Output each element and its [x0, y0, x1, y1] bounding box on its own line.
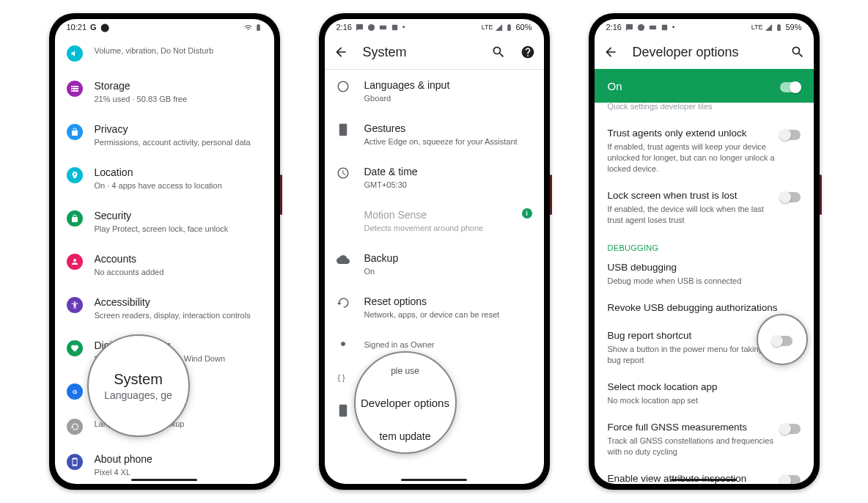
dev-row-dbg-3[interactable]: Select mock location appNo mock location… — [595, 373, 814, 414]
settings-row-sound[interactable]: Volume, vibration, Do Not Disturb — [55, 35, 274, 70]
system-list[interactable]: Languages & inputGboard GesturesActive E… — [325, 70, 544, 484]
toggle[interactable] — [780, 130, 801, 140]
home-indicator[interactable] — [671, 479, 737, 481]
security-icon — [67, 210, 83, 227]
google-icon: G — [67, 383, 83, 400]
page-title: Developer options — [633, 45, 776, 60]
svg-text:{ }: { } — [337, 373, 345, 382]
location-icon — [67, 167, 83, 183]
back-icon[interactable] — [334, 45, 348, 59]
mag-title: System — [114, 371, 163, 388]
row-subtitle: Show a button in the power menu for taki… — [608, 344, 780, 366]
master-toggle[interactable] — [780, 82, 801, 92]
dev-row-dbg-5[interactable]: Enable view attribute inspection — [595, 465, 814, 484]
store-icon — [391, 23, 399, 32]
info-icon[interactable]: i — [522, 208, 532, 219]
phone-frame-1: 10:21 G ⬤ Volume, vibration, Do Not Dist… — [49, 13, 280, 490]
row-title: About phone — [95, 452, 262, 466]
svg-rect-6 — [650, 25, 656, 29]
row-subtitle: Track all GNSS constellations and freque… — [608, 436, 780, 458]
storage-icon — [67, 81, 83, 97]
settings-row-location[interactable]: LocationOn · 4 apps have access to locat… — [55, 157, 274, 200]
status-bar: 2:16 • LTE 59% — [595, 19, 814, 35]
network-label: LTE — [751, 23, 763, 31]
status-bar: 2:16 • LTE 60% — [325, 19, 544, 35]
search-icon[interactable] — [790, 45, 805, 59]
settings-row-a11y[interactable]: AccessibilityScreen readers, display, in… — [55, 287, 274, 330]
dev-row-dbg-4[interactable]: Force full GNSS measurementsTrack all GN… — [595, 414, 814, 465]
app-bar: Developer options — [595, 35, 814, 69]
screen-3: 2:16 • LTE 59% Developer options On Quic… — [595, 19, 814, 484]
settings-row-about[interactable]: About phonePixel 4 XL — [55, 444, 274, 484]
row-title: Accounts — [95, 252, 262, 265]
master-toggle-label: On — [608, 80, 622, 92]
settings-row-storage[interactable]: Storage21% used · 50.83 GB free — [55, 70, 274, 114]
row-icon — [336, 78, 364, 93]
status-time: 2:16 — [336, 23, 352, 32]
mag-mid: Developer options — [361, 397, 449, 409]
toggle[interactable] — [780, 192, 801, 202]
dev-row-dbg-0[interactable]: USB debuggingDebug mode when USB is conn… — [595, 254, 814, 294]
mag-bot: tem update — [379, 430, 430, 442]
toggle[interactable] — [780, 475, 801, 484]
mag-sub: Languages, ge — [104, 389, 172, 401]
screen-1: 10:21 G ⬤ Volume, vibration, Do Not Dist… — [55, 19, 274, 484]
phone-frame-3: 2:16 • LTE 59% Developer options On Quic… — [589, 13, 820, 490]
developer-list[interactable]: Quick settings developer tiles Trust age… — [595, 103, 814, 484]
system-row-3[interactable]: Motion SenseDetects movement around phon… — [325, 199, 544, 243]
system-row-6[interactable]: Signed in as Owner — [325, 329, 544, 361]
signal-icon — [765, 23, 773, 32]
row-icon — [336, 208, 364, 223]
row-subtitle: No mock location app set — [608, 395, 801, 406]
settings-list[interactable]: Volume, vibration, Do Not Disturb Storag… — [55, 35, 274, 484]
system-row-5[interactable]: Reset optionsNetwork, apps, or device ca… — [325, 286, 544, 329]
row-subtitle: No accounts added — [95, 267, 262, 278]
usb-debugging-toggle[interactable] — [772, 336, 792, 346]
messages-icon — [356, 23, 364, 32]
toggle[interactable] — [780, 424, 801, 434]
row-title: Revoke USB debugging authorizations — [608, 301, 801, 315]
master-toggle-bar[interactable]: On — [595, 69, 814, 103]
settings-row-privacy[interactable]: PrivacyPermissions, account activity, pe… — [55, 114, 274, 157]
row-icon — [336, 252, 364, 266]
status-bar: 10:21 G ⬤ — [55, 19, 274, 35]
more-icon: • — [402, 23, 405, 31]
svg-rect-2 — [380, 25, 386, 29]
whatsapp-icon — [367, 23, 375, 32]
settings-row-security[interactable]: SecurityPlay Protect, screen lock, face … — [55, 200, 274, 243]
phone-frame-2: 2:16 • LTE 60% System Languages & inputG… — [319, 13, 550, 490]
row-subtitle: Debug mode when USB is connected — [608, 276, 801, 287]
system-row-1[interactable]: GesturesActive Edge on, squeeze for your… — [325, 113, 544, 156]
row-title: Bug report shortcut — [608, 329, 780, 342]
magnifier-usb-toggle — [757, 314, 808, 365]
battery-icon — [254, 23, 262, 32]
dev-row-1[interactable]: Lock screen when trust is lostIf enabled… — [595, 182, 814, 233]
row-title: Privacy — [95, 122, 262, 136]
google-indicator-icon: G — [90, 23, 97, 32]
back-icon[interactable] — [603, 45, 618, 59]
system-row-4[interactable]: BackupOn — [325, 243, 544, 286]
row-subtitle: Signed in as Owner — [364, 339, 532, 350]
search-icon[interactable] — [491, 45, 506, 59]
row-title: Languages & input — [364, 78, 532, 92]
system-row-2[interactable]: Date & timeGMT+05:30 — [325, 156, 544, 199]
wellbeing-icon — [67, 340, 83, 356]
row-title: Reset options — [364, 295, 532, 308]
home-indicator[interactable] — [401, 479, 467, 481]
help-icon[interactable] — [521, 45, 535, 59]
row-title: Security — [95, 209, 262, 222]
row-title: Accessibility — [95, 295, 262, 309]
page-title: System — [363, 45, 477, 60]
system-row-0[interactable]: Languages & inputGboard — [325, 70, 544, 113]
dev-row-0[interactable]: Trust agents only extend unlockIf enable… — [595, 120, 814, 182]
home-indicator[interactable] — [131, 479, 197, 481]
settings-row-accounts[interactable]: AccountsNo accounts added — [55, 243, 274, 287]
svg-point-1 — [368, 23, 375, 30]
a11y-icon — [67, 297, 83, 313]
more-icon: • — [672, 23, 674, 31]
app-bar: System — [325, 35, 544, 69]
messages-icon — [625, 23, 633, 32]
row-title: Location — [95, 166, 262, 179]
battery-icon — [505, 23, 513, 32]
row-subtitle: Network, apps, or device can be reset — [364, 309, 532, 320]
